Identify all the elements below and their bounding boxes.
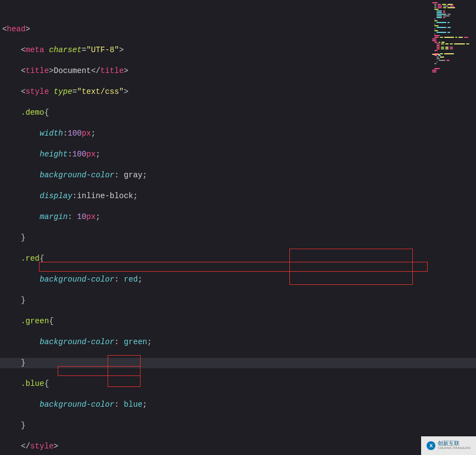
tag-title-open: title [26,66,49,75]
prop-margin: margin [40,212,68,221]
attr-charset: charset [49,46,82,54]
tag-head-open: head [7,25,26,33]
val-utf8: "UTF-8" [86,46,119,54]
prop-width: width [40,129,63,138]
val-blue: blue [124,400,142,409]
sel-blue: .blue [21,379,44,388]
val-green: green [124,338,147,346]
tag-style-close: style [30,442,54,451]
attr-type: type [54,87,72,96]
sel-red: .red [21,254,40,263]
sel-demo: .demo [21,108,44,117]
val-gray: gray [124,171,142,179]
tag-style-open: style [26,87,49,96]
watermark-logo-icon: X [427,441,435,450]
watermark-logo: X 创新互联CHUANG XINHULIAN [421,436,476,455]
prop-bgcolor-blue: background-color [40,400,114,409]
prop-bgcolor-green: background-color [40,338,114,346]
prop-display: display [40,192,72,200]
tag-title-close: title [100,66,124,75]
val-textcss: "text/css" [77,87,124,96]
watermark-logo-subtext: CHUANG XINHULIAN [438,446,471,451]
prop-bgcolor-red: background-color [40,275,114,284]
unit-px1: px [82,129,91,138]
prop-height: height [40,150,68,159]
num-100b: 100 [72,150,87,159]
unit-px3: px [86,212,96,221]
num-100a: 100 [68,129,82,138]
sel-green: .green [21,317,49,325]
tag-meta: meta [26,46,44,54]
title-text: Document [54,66,91,75]
val-red: red [124,275,138,284]
unit-px2: px [86,150,96,159]
num-10: 10 [77,212,86,221]
prop-bgcolor-gray: background-color [40,171,114,179]
val-inlineblock: inline-block [77,192,133,200]
code-editor[interactable]: <head> <meta charset="UTF-8"> <title>Doc… [0,0,476,455]
minimap[interactable] [432,2,472,73]
